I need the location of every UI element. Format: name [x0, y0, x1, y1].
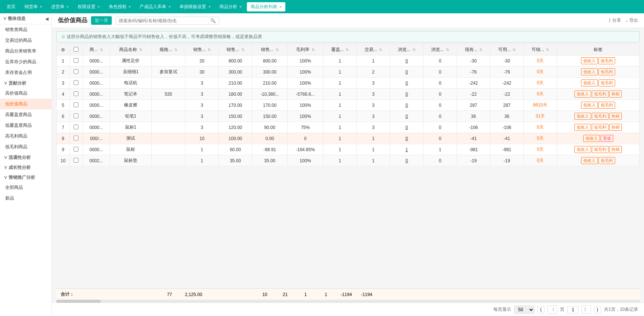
sidebar-item-low-coverage[interactable]: 低覆盖度商品 [0, 120, 51, 131]
row-browse1[interactable]: 0 [390, 89, 423, 100]
row-browse1[interactable]: 0 [390, 67, 423, 78]
row-select-checkbox[interactable] [74, 113, 78, 118]
row-select-checkbox[interactable] [74, 158, 78, 163]
sidebar-item-traded-goods[interactable]: 交易过的商品 [0, 35, 51, 46]
row-avail: -22 [490, 89, 523, 100]
nav-product-inbound[interactable]: 产成品入库单 × [136, 2, 174, 11]
nav-close-icon[interactable]: × [168, 5, 171, 9]
nav-permission[interactable]: 权限设置 × [74, 2, 104, 11]
row-checkbox[interactable] [70, 122, 83, 133]
sidebar-item-low-value[interactable]: 低价值商品 [0, 99, 51, 109]
row-select-checkbox[interactable] [74, 80, 78, 85]
next-page-btn[interactable]: 〉 [581, 305, 591, 314]
sidebar-item-stock-fund[interactable]: 库存资金占用 [0, 67, 51, 78]
nav-close-icon[interactable]: × [40, 5, 42, 9]
row-select-checkbox[interactable] [74, 125, 78, 129]
search-icon[interactable]: 🔍 [210, 18, 216, 23]
row-num: 4 [57, 89, 70, 100]
sidebar-item-low-margin[interactable]: 低毛利商品 [0, 142, 51, 152]
row-checkbox[interactable] [70, 100, 83, 111]
first-page-btn[interactable]: ⟨ [537, 306, 544, 313]
row-checkbox[interactable] [70, 89, 83, 100]
nav-purchase-order[interactable]: 进货单 × [47, 2, 73, 11]
row-name[interactable]: 橡皮擦 [110, 100, 152, 111]
row-name[interactable]: 吴细细1 [110, 67, 152, 78]
row-name[interactable]: 属性定价 [110, 55, 152, 67]
sidebar-item-sales-goods[interactable]: 销售类商品 [0, 24, 51, 35]
browse-link[interactable]: 0 [406, 103, 408, 108]
sidebar-item-high-value[interactable]: 高价值商品 [0, 88, 51, 99]
nav-close-icon[interactable]: × [98, 5, 100, 9]
nav-close-icon[interactable]: × [279, 5, 282, 9]
sidebar-item-low-stock[interactable]: 近库存少的商品 [0, 57, 51, 67]
sidebar-item-high-coverage[interactable]: 高覆盖度商品 [0, 109, 51, 120]
page-size-select[interactable]: 50 100 200 [514, 306, 534, 314]
browse-link[interactable]: 0 [406, 58, 408, 64]
row-select-checkbox[interactable] [74, 91, 78, 96]
row-name[interactable]: 铅笔1 [110, 111, 152, 122]
nav-close-icon[interactable]: × [129, 5, 131, 9]
last-page-btn[interactable]: ⟩ [594, 306, 601, 313]
row-select-checkbox[interactable] [74, 58, 78, 63]
row-name[interactable]: 电话机 [110, 78, 152, 89]
nav-role-auth[interactable]: 角色授权 × [105, 2, 135, 11]
row-spec [151, 144, 185, 155]
sidebar-item-high-margin[interactable]: 高毛利商品 [0, 131, 51, 142]
row-browse1[interactable]: 0 [390, 55, 423, 67]
browse-link[interactable]: 0 [406, 136, 408, 141]
row-checkbox[interactable] [70, 144, 83, 155]
nav-close-icon[interactable]: × [67, 5, 69, 9]
browse-link[interactable]: 1 [406, 147, 408, 152]
nav-close-icon[interactable]: × [239, 5, 242, 9]
sidebar-item-all-goods[interactable]: 全部商品 [0, 182, 51, 193]
select-all-checkbox[interactable] [74, 47, 78, 52]
nav-goods-analysis-list[interactable]: 商品分析列表 × [247, 2, 285, 11]
row-browse1[interactable]: 0 [390, 133, 423, 144]
row-select-checkbox[interactable] [74, 102, 78, 107]
row-checkbox[interactable] [70, 55, 83, 67]
row-name[interactable]: 鼠标垫 [110, 155, 152, 166]
scrollbar-thumb[interactable] [56, 300, 101, 303]
row-name[interactable]: 测试 [110, 133, 152, 144]
nav-template[interactable]: 单据模板设置 × [176, 2, 214, 11]
nav-sales-order[interactable]: 销货单 × [21, 2, 46, 11]
row-select-checkbox[interactable] [74, 136, 78, 140]
browse-link[interactable]: 0 [406, 92, 408, 97]
nav-close-icon[interactable]: × [208, 5, 211, 9]
row-name[interactable]: 鼠标1 [110, 122, 152, 133]
sidebar-collapse-btn[interactable]: ◀ [45, 16, 48, 21]
browse-link[interactable]: 0 [406, 114, 408, 119]
browse-link[interactable]: 0 [406, 125, 408, 130]
browse-link[interactable]: 0 [406, 158, 408, 163]
row-browse1[interactable]: 0 [390, 122, 423, 133]
row-select-checkbox[interactable] [74, 147, 78, 152]
browse-link[interactable]: 0 [406, 69, 408, 75]
period-button[interactable]: 近一月 [91, 16, 112, 25]
row-checkbox[interactable] [70, 155, 83, 166]
sidebar-item-new-goods[interactable]: 新品 [0, 193, 51, 204]
page-input[interactable] [567, 306, 578, 313]
row-browse1[interactable]: 0 [390, 78, 423, 89]
row-name[interactable]: 笔记本 [110, 89, 152, 100]
row-select-checkbox[interactable] [74, 69, 78, 74]
sidebar-item-category-rate[interactable]: 商品分类销售率 [0, 46, 51, 57]
horizontal-scrollbar[interactable] [56, 300, 640, 303]
info-bar: ☆ 这部分商品的销售收入大幅低于商品平均销售收入，价值不高，可考虑调整营销策略，… [56, 31, 640, 43]
row-browse1[interactable]: 0 [390, 111, 423, 122]
row-checkbox[interactable] [70, 67, 83, 78]
search-input[interactable] [119, 18, 209, 23]
browse-link[interactable]: 0 [406, 81, 408, 86]
row-browse1[interactable]: 0 [390, 100, 423, 111]
share-button[interactable]: ⤴ 分享 [608, 17, 621, 24]
col-settings[interactable]: ⚙ [57, 44, 70, 55]
row-checkbox[interactable] [70, 133, 83, 144]
row-name[interactable]: 鼠标 [110, 144, 152, 155]
nav-goods-analysis[interactable]: 商品分析 × [216, 2, 245, 11]
row-browse1[interactable]: 0 [390, 155, 423, 166]
row-checkbox[interactable] [70, 78, 83, 89]
row-browse1[interactable]: 1 [390, 144, 423, 155]
prev-page-btn[interactable]: 〈 [547, 305, 557, 314]
export-button[interactable]: ↓ 导出 [625, 17, 638, 24]
nav-home[interactable]: 首页 [3, 2, 19, 11]
row-checkbox[interactable] [70, 111, 83, 122]
